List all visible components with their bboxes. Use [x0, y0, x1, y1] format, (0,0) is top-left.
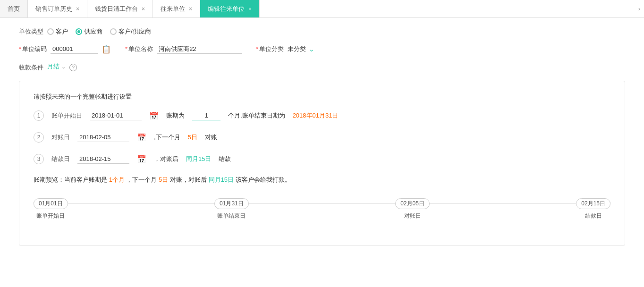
step-3-label: 结款日	[51, 155, 70, 163]
timeline-node-3-label: 对账日	[404, 212, 421, 220]
tab-overflow-button[interactable]: ›	[635, 0, 644, 17]
step-2-suffix-pre: ,下一个月	[154, 133, 180, 142]
tab-home[interactable]: 首页	[0, 0, 28, 17]
preview-text: 账期预览：当前客户账期是 1个月 ，下一个月 5日 对账，对账后 同月15日 该…	[34, 176, 610, 184]
unit-code-label: *单位编码	[19, 45, 47, 53]
timeline-node-3-pill: 02月05日	[395, 198, 430, 209]
radio-supplier-circle	[76, 28, 82, 35]
radio-both-circle	[110, 28, 117, 35]
unit-type-group: 单位类型 客户 供应商 客户/供应商	[19, 27, 151, 36]
timeline-node-2-pill: 01月31日	[214, 198, 249, 209]
payment-condition-select[interactable]: 月结 ⌄	[47, 62, 66, 72]
tab-cash-work[interactable]: 钱货日清工作台 ×	[87, 0, 153, 17]
timeline-node-4-label: 结款日	[585, 212, 602, 220]
radio-customer[interactable]: 客户	[47, 27, 68, 36]
unit-name-label: *单位名称	[125, 45, 153, 53]
payment-condition-group: 收款条件 月结 ⌄ ?	[19, 62, 77, 72]
timeline-node-2-label: 账单结束日	[217, 212, 246, 220]
step-1-end-date: 2018年01月31日	[293, 111, 339, 120]
unit-name-group: *单位名称	[125, 44, 242, 54]
step-2-label: 对账日	[51, 133, 70, 142]
radio-supplier-label: 供应商	[84, 27, 102, 36]
unit-category-label: *单位分类	[256, 45, 284, 53]
preview-mid1: ，下一个月	[126, 176, 157, 183]
timeline-node-1: 01月01日 账单开始日	[34, 198, 68, 220]
radio-supplier[interactable]: 供应商	[76, 27, 102, 36]
radio-customer-circle	[47, 28, 54, 35]
step-3-highlight: 同月15日	[186, 155, 211, 163]
step-2-date-input[interactable]	[77, 133, 129, 142]
preview-part1: 1个月	[109, 176, 125, 183]
unit-code-required: *	[19, 45, 21, 52]
tab-sales-order-history-close[interactable]: ×	[76, 6, 79, 12]
unit-cat-required: *	[256, 45, 258, 52]
tab-edit-partner[interactable]: 编辑往来单位 ×	[200, 0, 260, 17]
step-1-cal-icon[interactable]: 📅	[149, 111, 159, 120]
timeline-node-2: 01月31日 账单结束日	[214, 198, 249, 220]
unit-category-value: 未分类	[288, 45, 306, 53]
tab-partner-units[interactable]: 往来单位 ×	[153, 0, 200, 17]
step-3-cal-icon[interactable]: 📅	[137, 155, 146, 164]
step-2-row: 2 对账日 📅 ,下一个月 5日 对账	[34, 132, 610, 143]
unit-category-select[interactable]: 未分类 ⌄	[288, 45, 314, 53]
preview-mid2: 对账，对账后	[170, 176, 207, 183]
timeline-node-4-pill: 02月15日	[576, 198, 610, 209]
timeline-node-3: 02月05日 对账日	[395, 198, 430, 220]
radio-both[interactable]: 客户/供应商	[110, 27, 151, 36]
settings-panel: 请按照未来的一个完整帐期进行设置 1 账单开始日 📅 账期为 个月,账单结束日期…	[19, 81, 625, 246]
tab-cash-work-label: 钱货日清工作台	[95, 5, 138, 13]
timeline-nodes: 01月01日 账单开始日 01月31日 账单结束日 02月05日 对账日 02月…	[34, 198, 610, 220]
timeline-node-1-label: 账单开始日	[36, 212, 65, 220]
step-1-period-suffix: 个月,账单结束日期为	[228, 111, 285, 120]
step-2-highlight: 5日	[188, 133, 197, 142]
unit-name-required: *	[125, 45, 127, 52]
step-1-row: 1 账单开始日 📅 账期为 个月,账单结束日期为 2018年01月31日	[34, 110, 610, 121]
panel-title: 请按照未来的一个完整帐期进行设置	[34, 93, 610, 101]
step-2-num: 2	[34, 132, 44, 143]
step-2-suffix-post: 对账	[205, 133, 217, 142]
tab-partner-units-close[interactable]: ×	[189, 6, 192, 12]
payment-help-icon[interactable]: ?	[69, 64, 77, 71]
tab-edit-partner-close[interactable]: ×	[248, 6, 252, 12]
radio-both-label: 客户/供应商	[119, 27, 151, 36]
step-1-num: 1	[34, 110, 44, 121]
unit-name-input[interactable]	[157, 44, 242, 54]
step-3-date-input[interactable]	[77, 154, 129, 164]
step-3-suffix-pre: ，对账后	[154, 155, 178, 163]
payment-condition-label: 收款条件	[19, 63, 43, 72]
preview-suffix: 该客户会给我打款。	[236, 176, 291, 183]
tab-edit-partner-label: 编辑往来单位	[208, 5, 245, 13]
preview-part3: 同月15日	[209, 176, 234, 183]
radio-customer-label: 客户	[56, 27, 68, 36]
step-3-num: 3	[34, 154, 44, 164]
step-2-cal-icon[interactable]: 📅	[137, 133, 146, 142]
step-1-period-input[interactable]	[192, 111, 220, 120]
timeline-node-4: 02月15日 结款日	[576, 198, 610, 220]
tab-partner-units-label: 往来单位	[161, 5, 185, 13]
unit-type-row: 单位类型 客户 供应商 客户/供应商	[19, 27, 625, 36]
unit-type-radio-group: 客户 供应商 客户/供应商	[47, 27, 151, 36]
unit-code-group: *单位编码 📋	[19, 44, 111, 54]
step-1-period-label: 账期为	[166, 111, 185, 120]
timeline: 01月01日 账单开始日 01月31日 账单结束日 02月05日 对账日 02月…	[34, 194, 610, 234]
tab-home-label: 首页	[8, 5, 20, 13]
preview-part2: 5日	[159, 176, 168, 183]
unit-type-label: 单位类型	[19, 27, 43, 36]
tab-cash-work-close[interactable]: ×	[142, 6, 145, 12]
tab-sales-order-history-label: 销售订单历史	[35, 5, 72, 13]
payment-condition-row: 收款条件 月结 ⌄ ?	[19, 62, 625, 72]
step-3-row: 3 结款日 📅 ，对账后 同月15日 结款	[34, 154, 610, 164]
payment-condition-arrow-icon: ⌄	[61, 64, 66, 70]
step-3-suffix-post: 结款	[219, 155, 231, 163]
main-content: 单位类型 客户 供应商 客户/供应商 *单位编码	[0, 18, 644, 287]
tab-bar: 首页 销售订单历史 × 钱货日清工作台 × 往来单位 × 编辑往来单位 × ›	[0, 0, 644, 18]
tab-sales-order-history[interactable]: 销售订单历史 ×	[28, 0, 87, 17]
preview-prefix: 账期预览：当前客户账期是	[34, 176, 107, 183]
unit-code-input[interactable]	[51, 44, 98, 54]
step-1-date-input[interactable]	[90, 111, 142, 120]
unit-info-row: *单位编码 📋 *单位名称 *单位分类 未分类 ⌄	[19, 44, 625, 54]
unit-code-copy-icon[interactable]: 📋	[102, 45, 111, 54]
payment-condition-value: 月结	[47, 62, 59, 71]
unit-category-group: *单位分类 未分类 ⌄	[256, 45, 314, 53]
timeline-node-1-pill: 01月01日	[34, 198, 68, 209]
